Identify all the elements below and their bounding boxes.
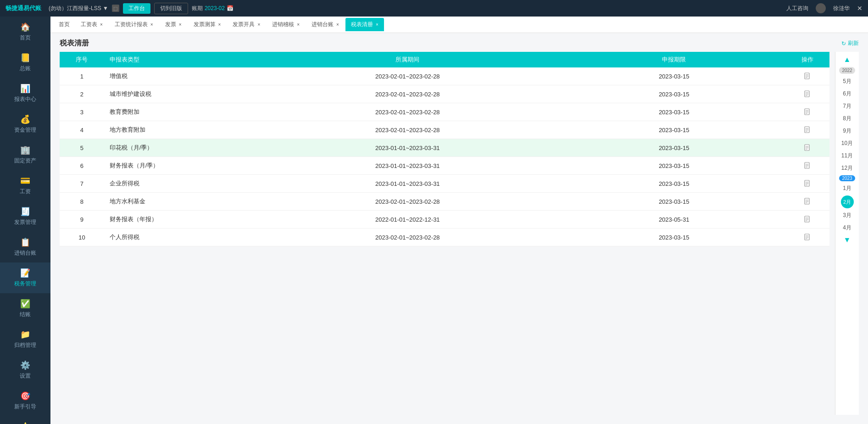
col-header-period: 所属期间 xyxy=(252,52,563,67)
tab-bar: 首页 工资表 × 工资统计报表 × 发票 × 发票测算 × 发票开具 × xyxy=(50,17,868,33)
period-calendar-icon[interactable]: 📅 xyxy=(227,5,234,11)
salary-icon: 💳 xyxy=(20,176,30,186)
calendar-month-12[interactable]: 12月 xyxy=(835,162,859,174)
cell-period: 2023-01-01~2023-03-31 xyxy=(252,139,563,157)
action-doc-icon[interactable] xyxy=(802,196,812,206)
cell-deadline: 2023-03-15 xyxy=(563,139,785,157)
calendar-month-8[interactable]: 8月 xyxy=(835,112,859,125)
tab-home[interactable]: 首页 xyxy=(54,18,74,31)
sidebar-item-reconcile[interactable]: 📋 进销台账 xyxy=(0,232,50,262)
cell-type: 城市维护建设税 xyxy=(104,85,252,103)
company-copy-icon[interactable]: ⬚ xyxy=(112,5,119,12)
cell-deadline: 2023-03-15 xyxy=(563,103,785,121)
col-header-id: 序号 xyxy=(60,52,104,67)
cell-type: 增值税 xyxy=(104,67,252,85)
tab-close-tax-list[interactable]: × xyxy=(376,22,378,27)
calendar-up-button[interactable]: ▲ xyxy=(842,54,853,66)
page-header: 税表清册 ↻ 刷新 xyxy=(50,33,868,52)
sidebar-item-ledger[interactable]: 📒 总账 xyxy=(0,47,50,78)
ledger-icon: 📒 xyxy=(20,53,30,63)
cell-period: 2023-01-01~2023-03-31 xyxy=(252,157,563,175)
tab-invoice-calc[interactable]: 发票测算 × xyxy=(188,18,227,31)
sidebar-item-guide[interactable]: 🎯 新手引导 xyxy=(0,385,50,416)
refresh-button[interactable]: ↻ 刷新 xyxy=(841,39,859,47)
sidebar-label-fund: 资金管理 xyxy=(14,126,36,134)
sidebar-item-settings[interactable]: ⚙️ 设置 xyxy=(0,355,50,385)
calendar-month-10[interactable]: 10月 xyxy=(835,137,859,150)
reconcile-icon: 📋 xyxy=(20,237,30,247)
calendar-month-4[interactable]: 4月 xyxy=(835,222,859,234)
calendar-month-3[interactable]: 3月 xyxy=(835,209,859,222)
calendar-month-5[interactable]: 5月 xyxy=(835,75,859,88)
sidebar-item-archive[interactable]: 📁 归档管理 xyxy=(0,324,50,355)
tab-close-sales-ledger[interactable]: × xyxy=(336,22,339,27)
sidebar-item-asset[interactable]: 🏢 固定资产 xyxy=(0,139,50,170)
company-selector[interactable]: (勿动）江西报量-LSS ▼ xyxy=(49,5,108,12)
switch-old-button[interactable]: 切到旧版 xyxy=(154,3,188,14)
action-doc-icon[interactable] xyxy=(802,71,812,81)
tab-invoice-open[interactable]: 发票开具 × xyxy=(227,18,266,31)
sidebar-label-archive: 归档管理 xyxy=(14,341,36,349)
table-row: 5 印花税（月/季） 2023-01-01~2023-03-31 2023-03… xyxy=(60,139,829,157)
tab-salary-table[interactable]: 工资表 × xyxy=(75,18,108,31)
action-doc-icon[interactable] xyxy=(802,232,812,242)
calendar-month-11[interactable]: 11月 xyxy=(835,150,859,162)
tab-close-sales-check[interactable]: × xyxy=(297,22,300,27)
ai-consult-button[interactable]: 人工咨询 xyxy=(786,5,808,12)
action-doc-icon[interactable] xyxy=(802,125,812,135)
tab-close-salary-stats[interactable]: × xyxy=(150,22,153,27)
sidebar-label-ledger: 总账 xyxy=(20,65,31,73)
action-doc-icon[interactable] xyxy=(802,161,812,171)
action-doc-icon[interactable] xyxy=(802,89,812,99)
sidebar-item-tax[interactable]: 📝 税务管理 xyxy=(0,262,50,293)
cell-id: 4 xyxy=(60,121,104,139)
table-row: 3 教育费附加 2023-02-01~2023-02-28 2023-03-15 xyxy=(60,103,829,121)
sidebar-label-home: 首页 xyxy=(20,34,31,42)
top-bar-right: 人工咨询 徐涟华 ✕ xyxy=(786,3,862,13)
close-window-button[interactable]: ✕ xyxy=(857,5,862,12)
tab-sales-check[interactable]: 进销稽核 × xyxy=(267,18,305,31)
user-name: 徐涟华 xyxy=(833,5,850,12)
calendar-month-7[interactable]: 7月 xyxy=(835,100,859,112)
sidebar-item-member[interactable]: ⭐ 畅会员 xyxy=(0,416,50,424)
tab-tax-list[interactable]: 税表清册 × xyxy=(345,18,384,31)
table-wrapper: 序号 申报表类型 所属期间 申报期限 操作 1 增值税 2023-02-01~2… xyxy=(60,52,829,415)
action-doc-icon[interactable] xyxy=(802,214,812,224)
sidebar-item-invoice[interactable]: 🧾 发票管理 xyxy=(0,201,50,232)
tab-close-invoice-open[interactable]: × xyxy=(257,22,260,27)
sidebar-item-home[interactable]: 🏠 首页 xyxy=(0,17,50,47)
tab-close-invoice[interactable]: × xyxy=(179,22,182,27)
calendar-month-1[interactable]: 1月 xyxy=(835,182,859,195)
tab-sales-ledger[interactable]: 进销台账 × xyxy=(306,18,345,31)
sidebar-item-fund[interactable]: 💰 资金管理 xyxy=(0,109,50,139)
cell-action xyxy=(785,229,829,246)
workbench-button[interactable]: 工作台 xyxy=(123,3,150,14)
calendar-month-6[interactable]: 6月 xyxy=(835,88,859,100)
cell-period: 2023-02-01~2023-02-28 xyxy=(252,121,563,139)
sidebar-label-reconcile: 进销台账 xyxy=(14,249,36,257)
action-doc-icon[interactable] xyxy=(802,143,812,153)
cell-type: 教育费附加 xyxy=(104,103,252,121)
cell-action xyxy=(785,157,829,175)
calendar-month-current[interactable]: 2月 xyxy=(841,195,854,208)
action-doc-icon[interactable] xyxy=(802,107,812,117)
sidebar-item-salary[interactable]: 💳 工资 xyxy=(0,170,50,201)
calendar-month-9[interactable]: 9月 xyxy=(835,125,859,137)
cell-period: 2023-02-01~2023-02-28 xyxy=(252,229,563,246)
tab-close-invoice-calc[interactable]: × xyxy=(218,22,221,27)
action-doc-icon[interactable] xyxy=(802,179,812,189)
cell-id: 6 xyxy=(60,157,104,175)
tab-invoice[interactable]: 发票 × xyxy=(160,18,187,31)
calendar-down-button[interactable]: ▼ xyxy=(842,234,853,246)
guide-icon: 🎯 xyxy=(20,391,30,401)
tab-salary-stats[interactable]: 工资统计报表 × xyxy=(109,18,159,31)
cell-period: 2022-01-01~2022-12-31 xyxy=(252,211,563,229)
cell-action xyxy=(785,193,829,211)
cell-action xyxy=(785,121,829,139)
tab-close-salary-table[interactable]: × xyxy=(100,22,103,27)
archive-icon: 📁 xyxy=(20,329,30,340)
year-2023-badge: 2023 xyxy=(839,175,855,181)
sidebar-item-settlement[interactable]: ✅ 结账 xyxy=(0,293,50,324)
content-area: 首页 工资表 × 工资统计报表 × 发票 × 发票测算 × 发票开具 × xyxy=(50,17,868,424)
sidebar-item-report[interactable]: 📊 报表中心 xyxy=(0,78,50,109)
